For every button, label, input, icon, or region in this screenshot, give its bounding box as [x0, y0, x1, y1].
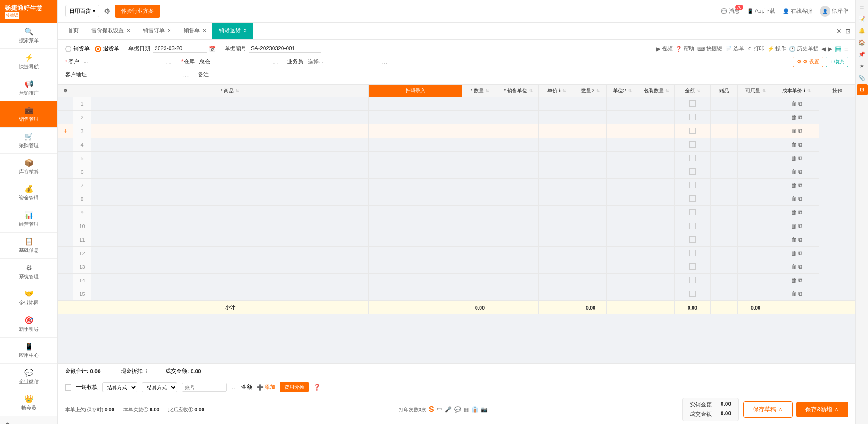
amount-cell[interactable]	[638, 247, 675, 260]
pack-qty-cell[interactable]	[607, 179, 638, 192]
next-record-icon[interactable]: ▶	[828, 46, 832, 52]
pack-qty-cell[interactable]	[607, 138, 638, 152]
qty2-cell[interactable]	[539, 138, 575, 152]
gift-cell[interactable]	[675, 111, 711, 124]
sidebar-item-inventory[interactable]: 📦 库存核算	[0, 154, 57, 180]
unit2-cell[interactable]	[575, 219, 607, 233]
qty-cell[interactable]	[369, 247, 462, 260]
th-sales-unit[interactable]: * 销售单位 ⇅	[498, 85, 539, 97]
right-bar-btn-5[interactable]: 📌	[857, 49, 868, 60]
delete-row-button[interactable]: 🗑	[791, 182, 797, 189]
product-cell[interactable]	[91, 111, 369, 124]
pack-qty-cell[interactable]	[607, 97, 638, 111]
tab-sales-order[interactable]: 销售订单 ✕	[137, 23, 177, 39]
cost-price-cell[interactable]	[738, 287, 774, 301]
online-service-button[interactable]: 👤 在线客服	[783, 7, 812, 15]
delete-row-button[interactable]: 🗑	[791, 250, 797, 257]
th-product[interactable]: * 商品 ⇅	[91, 85, 369, 97]
th-qty[interactable]: * 数量 ⇅	[462, 85, 498, 97]
qty-cell[interactable]	[369, 260, 462, 274]
th-pack-qty[interactable]: 包装数量 ⇅	[638, 85, 675, 97]
available-cell[interactable]	[711, 287, 738, 301]
gift-checkbox[interactable]	[689, 195, 696, 202]
unit2-cell[interactable]	[575, 179, 607, 192]
delete-row-button[interactable]: 🗑	[791, 263, 797, 271]
price-cell[interactable]	[498, 179, 539, 192]
customer-select-icon[interactable]: …	[166, 58, 172, 66]
price-cell[interactable]	[498, 287, 539, 301]
toolbar-grid-icon[interactable]: ▦	[464, 406, 469, 413]
copy-row-button[interactable]: ⧉	[798, 209, 802, 216]
gift-checkbox[interactable]	[689, 263, 696, 270]
cost-price-cell[interactable]	[738, 179, 774, 192]
qty2-cell[interactable]	[539, 206, 575, 219]
available-cell[interactable]	[711, 124, 738, 138]
available-cell[interactable]	[711, 219, 738, 233]
unit2-cell[interactable]	[575, 165, 607, 179]
calendar-icon[interactable]: 📅	[209, 46, 216, 52]
gift-checkbox[interactable]	[689, 250, 696, 256]
price-cell[interactable]	[498, 219, 539, 233]
delete-row-button[interactable]: 🗑	[791, 291, 797, 298]
sidebar-item-guide[interactable]: 🎯 新手引导	[0, 311, 57, 338]
product-input[interactable]	[94, 128, 366, 134]
available-cell[interactable]	[711, 274, 738, 287]
price-cell[interactable]	[498, 260, 539, 274]
pack-qty-cell[interactable]	[607, 219, 638, 233]
gift-checkbox[interactable]	[689, 236, 696, 243]
product-cell[interactable]	[91, 124, 369, 138]
sales-unit-cell[interactable]	[462, 274, 498, 287]
gift-cell[interactable]	[675, 287, 711, 301]
save-new-button[interactable]: 保存&新增 ∧	[796, 402, 848, 417]
unit2-cell[interactable]	[575, 111, 607, 124]
tab-sales-delivery[interactable]: 销售单 ✕	[177, 23, 212, 39]
payment-method-select[interactable]: 结算方式	[102, 382, 137, 392]
available-cell[interactable]	[711, 192, 738, 206]
select-order-button[interactable]: 📄 选单	[725, 45, 744, 52]
amount-cell[interactable]	[638, 138, 675, 152]
sidebar-item-basic-info[interactable]: 📋 基础信息	[0, 233, 57, 259]
unit2-cell[interactable]	[575, 97, 607, 111]
fee-split-button[interactable]: 费用分摊	[280, 382, 309, 392]
qty2-cell[interactable]	[539, 179, 575, 192]
cost-price-cell[interactable]	[738, 152, 774, 165]
delete-row-button[interactable]: 🗑	[791, 114, 797, 121]
price-cell[interactable]	[498, 124, 539, 138]
copy-row-button[interactable]: ⧉	[798, 182, 802, 189]
gift-cell[interactable]	[675, 274, 711, 287]
cost-price-cell[interactable]	[738, 97, 774, 111]
amount-cell[interactable]	[638, 260, 675, 274]
price-cell[interactable]	[498, 233, 539, 247]
unit2-cell[interactable]	[575, 287, 607, 301]
qty2-cell[interactable]	[539, 165, 575, 179]
delete-row-button[interactable]: 🗑	[791, 128, 797, 135]
gift-cell[interactable]	[675, 165, 711, 179]
experience-button[interactable]: 体验行业方案	[115, 5, 160, 18]
gift-cell[interactable]	[675, 247, 711, 260]
sidebar-item-sales[interactable]: 💼 销售管理	[0, 101, 57, 128]
industry-select[interactable]: 日用百货 ▾	[65, 5, 99, 17]
available-cell[interactable]	[711, 247, 738, 260]
amount-cell[interactable]	[638, 111, 675, 124]
right-bar-btn-1[interactable]: ☰	[857, 2, 868, 13]
th-amount[interactable]: 金额 ⇅	[675, 85, 711, 97]
product-cell[interactable]	[91, 274, 369, 287]
sales-unit-cell[interactable]	[462, 287, 498, 301]
help-button[interactable]: ❓ 帮助	[675, 45, 694, 52]
sidebar-item-enterprise-wechat[interactable]: 💬 企业微信	[0, 364, 57, 390]
delete-row-button[interactable]: 🗑	[791, 236, 797, 243]
th-scan[interactable]: 扫码录入	[369, 85, 462, 97]
sales-unit-cell[interactable]	[462, 124, 498, 138]
qty2-cell[interactable]	[539, 233, 575, 247]
available-cell[interactable]	[711, 179, 738, 192]
cost-price-cell[interactable]	[738, 124, 774, 138]
product-cell[interactable]	[91, 165, 369, 179]
right-bar-btn-8[interactable]: ⊡	[857, 84, 868, 95]
history-button[interactable]: 🕐 历史单据	[789, 45, 819, 52]
copy-row-button[interactable]: ⧉	[798, 277, 802, 284]
prev-record-icon[interactable]: ◀	[821, 46, 826, 52]
sidebar-item-member[interactable]: 👑 畅会员	[0, 390, 57, 416]
gift-cell[interactable]	[675, 179, 711, 192]
unit2-cell[interactable]	[575, 247, 607, 260]
remarks-input[interactable]	[212, 71, 392, 79]
